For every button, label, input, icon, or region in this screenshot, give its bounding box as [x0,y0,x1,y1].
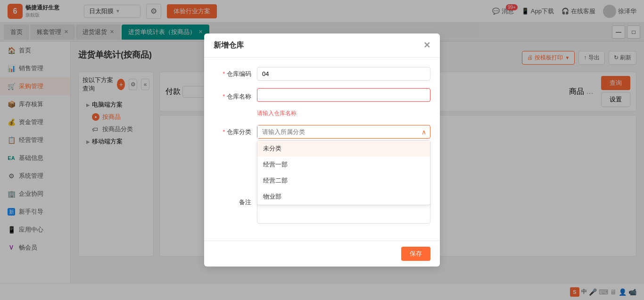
name-label: * 仓库名称 [214,90,251,101]
modal-footer: 保存 [204,241,440,267]
modal-title: 新增仓库 [214,41,244,50]
dropdown-item-uncategorized[interactable]: 未分类 [257,141,430,157]
code-label: * 仓库编码 [214,67,251,78]
category-input[interactable] [257,125,418,138]
form-row-name: * 仓库名称 请输入仓库名称 [214,88,430,117]
dropdown-item-property[interactable]: 物业部 [257,189,430,205]
dropdown-item-operation2[interactable]: 经营二部 [257,173,430,189]
form-row-code: * 仓库编码 [214,67,430,81]
category-wrapper: ∧ 未分类 经营一部 经营二部 物业部 [257,125,430,139]
warehouse-name-input[interactable] [257,88,430,102]
modal-close-button[interactable]: ✕ [423,40,430,50]
category-input-row: ∧ [257,125,430,139]
save-button[interactable]: 保存 [401,247,430,261]
modal-header: 新增仓库 ✕ [204,33,440,58]
form-row-category: * 仓库分类 ∧ 未分类 经营一部 经营二部 物业部 [214,125,430,139]
name-error-msg: 请输入仓库名称 [257,110,297,117]
modal-overlay: 新增仓库 ✕ * 仓库编码 * 仓库名称 [0,0,644,300]
category-toggle-button[interactable]: ∧ [418,126,430,138]
notes-label: 备注 [214,195,251,207]
modal-body: * 仓库编码 * 仓库名称 请输入仓库名称 [204,58,440,241]
modal-add-warehouse: 新增仓库 ✕ * 仓库编码 * 仓库名称 [204,33,440,267]
dropdown-item-operation1[interactable]: 经营一部 [257,157,430,173]
category-label: * 仓库分类 [214,125,251,136]
category-dropdown: 未分类 经营一部 经营二部 物业部 [257,140,430,205]
warehouse-code-input[interactable] [257,67,430,81]
